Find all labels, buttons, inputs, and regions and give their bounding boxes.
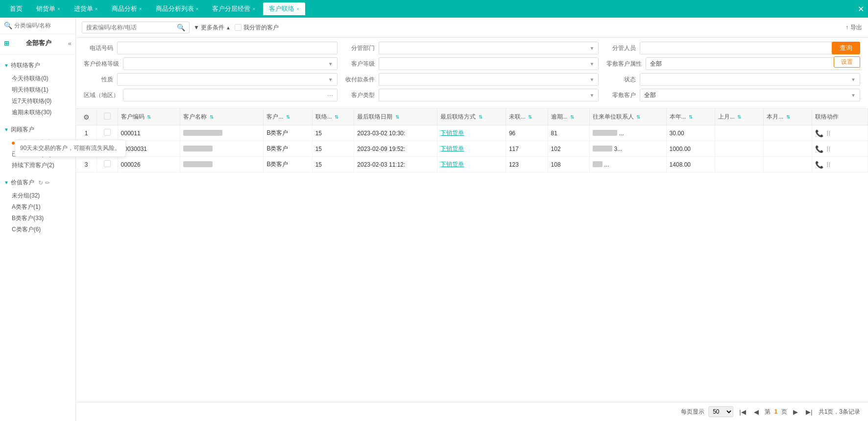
select-all-checkbox[interactable] [104,113,111,120]
sort-method-icon[interactable]: ⇅ [479,114,482,120]
zero-attr-select[interactable]: 全部 ▼ [646,57,860,70]
price-level-select[interactable]: ▼ [123,57,338,70]
churn-customer-group-title[interactable]: ▼ 闵顾客户 [4,124,72,135]
sort-person-icon[interactable]: ⇅ [636,114,640,120]
window-close-button[interactable]: ✕ [858,4,864,14]
more-action-icon-3[interactable]: ⁞⁞ [826,161,830,169]
sidebar-search-input[interactable] [14,22,72,29]
th-customer-type[interactable]: 客户... ⇅ [264,109,312,125]
more-action-icon-1[interactable]: ⁞⁞ [826,129,830,137]
region-select[interactable]: ··· [123,89,338,101]
tab-product-analysis-list[interactable]: 商品分析列表 × [150,2,205,15]
sort-type-icon[interactable]: ⇅ [286,114,290,120]
row-method-3[interactable]: 下销货单 [437,157,506,173]
th-customer-code[interactable]: 客户编码 ⇅ [118,109,180,125]
home-tab[interactable]: 首页 [4,2,28,15]
sidebar-item-class-c[interactable]: C类客户(6) [4,224,72,235]
customer-type-select[interactable]: ▼ [379,89,599,101]
sidebar-item-today-pending[interactable]: 今天待联络(0) [4,73,72,84]
tab-sales-order[interactable]: 销货单 × [30,2,66,15]
row-method-1[interactable]: 下销货单 [437,125,506,141]
table-settings-icon[interactable]: ⚙ [83,113,90,121]
tab-customer-layered[interactable]: 客户分层经营 × [206,2,261,15]
sort-this-month-icon[interactable]: ⇅ [786,114,790,120]
th-uncontact-days[interactable]: 未联... ⇅ [506,109,548,125]
row-checkbox-3[interactable] [104,160,111,167]
next-page-button[interactable]: ▶ [791,407,800,417]
edit-icon[interactable]: ✏ [45,179,50,186]
row-check-3[interactable] [97,157,118,173]
tab-customer-contact[interactable]: 客户联络 × [263,2,305,15]
sort-date-icon[interactable]: ⇅ [395,114,399,120]
sort-overdue-icon[interactable]: ⇅ [570,114,574,120]
th-contact-count[interactable]: 联络... ⇅ [312,109,354,125]
sidebar-item-class-a[interactable]: A类客户(1) [4,201,72,213]
sidebar-item-class-b[interactable]: B类客户(33) [4,213,72,224]
sort-name-icon[interactable]: ⇅ [210,114,214,120]
settings-button[interactable]: 设置 [834,56,860,68]
pending-contact-group-title[interactable]: ▼ 待联络客户 [4,60,72,71]
more-action-icon-2[interactable]: ⁞⁞ [826,145,830,153]
sort-contact-icon[interactable]: ⇅ [335,114,338,120]
method-link-2[interactable]: 下销货单 [440,145,464,152]
more-filter-button[interactable]: ▼ 更多条件 ▲ [193,24,231,32]
th-last-contact-date[interactable]: 最后联络日期 ⇅ [354,109,437,125]
sidebar-item-ungrouped[interactable]: 未分组(32) [4,190,72,201]
dept-select[interactable]: ▼ [379,42,599,54]
th-customer-name[interactable]: 客户名称 ⇅ [180,109,264,125]
last-page-button[interactable]: ▶| [804,407,814,417]
checkbox-icon[interactable] [235,24,241,31]
prev-page-button[interactable]: ◀ [752,407,761,417]
zero-customer-select[interactable]: 全部 ▼ [640,89,860,101]
sort-code-icon[interactable]: ⇅ [147,114,151,120]
tab-product-analysis[interactable]: 商品分析 × [106,2,148,15]
th-overdue-days[interactable]: 逾期... ⇅ [548,109,590,125]
first-page-button[interactable]: |◀ [737,407,747,417]
th-checkbox[interactable] [97,109,118,125]
query-button[interactable]: 查询 [832,42,860,54]
sidebar-item-7day-pending[interactable]: 近7天待联络(0) [4,96,72,107]
th-this-month-amount[interactable]: 本月... ⇅ [764,109,812,125]
close-purchase-order-icon[interactable]: × [95,6,98,12]
method-link-1[interactable]: 下销货单 [440,129,464,136]
status-select[interactable]: ▼ [640,73,860,86]
row-checkbox-1[interactable] [104,129,111,136]
search-input[interactable] [86,24,175,31]
th-settings[interactable]: ⚙ [76,109,97,125]
per-page-select[interactable]: 50 100 200 [708,406,733,417]
tab-purchase-order[interactable]: 进货单 × [68,2,104,15]
region-dots-icon[interactable]: ··· [327,91,333,99]
sort-last-month-icon[interactable]: ⇅ [737,114,741,120]
th-contact-person[interactable]: 往来单位联系人 ⇅ [590,109,666,125]
sidebar-item-overdue-pending[interactable]: 逾期未联络(30) [4,107,72,118]
export-button[interactable]: ↑ 导出 [845,24,862,32]
row-check-1[interactable] [97,125,118,141]
person-select[interactable]: ▼ [640,42,848,54]
refresh-icon[interactable]: ↻ [38,179,43,186]
payment-select[interactable]: ▼ [379,73,599,86]
method-link-3[interactable]: 下销货单 [440,161,464,168]
value-customer-group-title[interactable]: ▼ 价值客户 ↻ ✏ [4,177,72,188]
sort-uncontact-icon[interactable]: ⇅ [528,114,532,120]
close-customer-layered-icon[interactable]: × [252,6,255,12]
all-customers-header[interactable]: ⊞ 全部客户 « [4,37,72,50]
collapse-icon[interactable]: « [68,40,72,47]
customer-level-select[interactable]: ▼ [379,57,599,70]
close-product-analysis-icon[interactable]: × [139,6,142,12]
close-customer-contact-icon[interactable]: × [296,6,299,12]
th-last-contact-method[interactable]: 最后联络方式 ⇅ [437,109,506,125]
my-customer-checkbox[interactable]: 我分管的客户 [235,24,279,32]
contact-icon-1[interactable]: 📞 [815,129,823,137]
nature-select[interactable]: ▼ [117,73,338,86]
contact-icon-3[interactable]: 📞 [815,161,823,169]
sidebar-item-tomorrow-pending[interactable]: 明天待联络(1) [4,84,72,96]
sidebar-item-declining-customer[interactable]: 持续下滑客户(2) [4,160,72,171]
contact-icon-2[interactable]: 📞 [815,145,823,153]
sort-year-icon[interactable]: ⇅ [689,114,693,120]
th-last-month-amount[interactable]: 上月... ⇅ [715,109,763,125]
close-product-analysis-list-icon[interactable]: × [196,6,199,12]
search-button-icon[interactable]: 🔍 [177,24,185,31]
th-this-year-amount[interactable]: 本年... ⇅ [666,109,715,125]
row-method-2[interactable]: 下销货单 [437,141,506,157]
phone-input[interactable] [117,42,338,54]
